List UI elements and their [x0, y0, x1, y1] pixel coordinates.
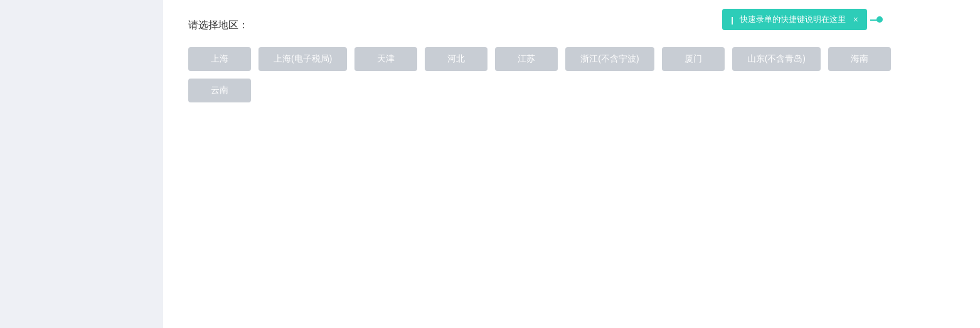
region-button-xiamen[interactable]: 厦门 — [662, 47, 725, 71]
sidebar — [0, 0, 163, 328]
region-button-jiangsu[interactable]: 江苏 — [495, 47, 558, 71]
region-button-shanghai[interactable]: 上海 — [188, 47, 251, 71]
region-button-shanghai-etax[interactable]: 上海(电子税局) — [258, 47, 347, 71]
main-content: 请选择地区： 上海上海(电子税局)天津河北江苏浙江(不含宁波)厦门山东(不含青岛… — [163, 0, 980, 328]
tooltip-banner: 快速录单的快捷键说明在这里 × — [722, 9, 867, 30]
tooltip-text: 快速录单的快捷键说明在这里 — [740, 14, 846, 25]
region-button-hainan[interactable]: 海南 — [828, 47, 891, 71]
tooltip-close-button[interactable]: × — [853, 14, 858, 25]
region-button-hebei[interactable]: 河北 — [425, 47, 487, 71]
region-button-yunnan[interactable]: 云南 — [188, 79, 251, 102]
tooltip-connector-dot — [876, 16, 883, 23]
region-button-shandong[interactable]: 山东(不含青岛) — [732, 47, 821, 71]
region-grid: 上海上海(电子税局)天津河北江苏浙江(不含宁波)厦门山东(不含青岛)海南云南 — [188, 47, 955, 102]
region-button-zhejiang[interactable]: 浙江(不含宁波) — [565, 47, 654, 71]
region-button-tianjin[interactable]: 天津 — [354, 47, 417, 71]
